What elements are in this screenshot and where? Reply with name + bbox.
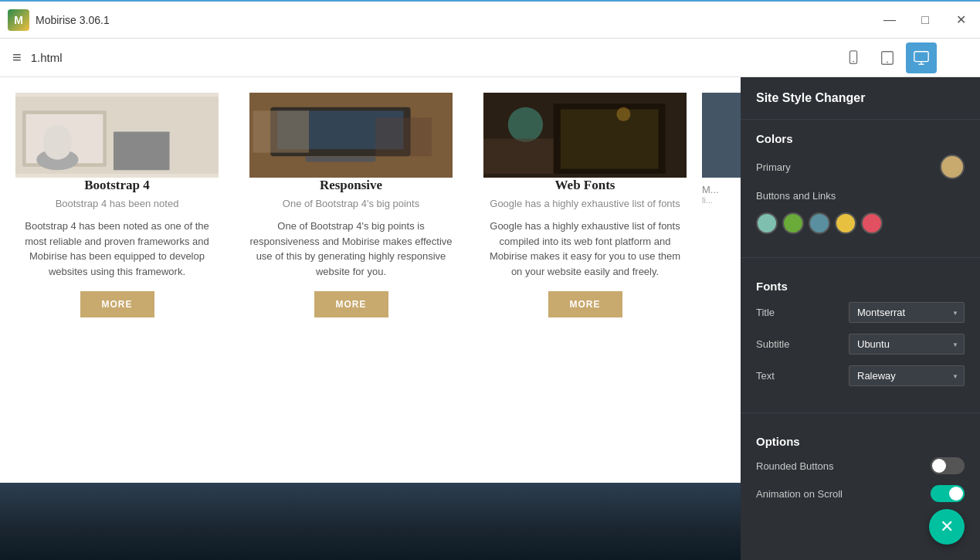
swatch-green[interactable]	[782, 212, 804, 234]
dark-bottom-section	[0, 483, 741, 560]
svg-rect-10	[114, 131, 170, 170]
card-3: Web Fonts Google has a highly exhaustive…	[468, 93, 702, 333]
rounded-buttons-toggle[interactable]	[931, 457, 965, 474]
main-area: Bootstrap 4 Bootstrap 4 has been noted B…	[0, 77, 980, 560]
card-2: Responsive One of Bootstrap 4's big poin…	[234, 93, 468, 333]
rounded-buttons-track	[931, 457, 965, 474]
text-font-select[interactable]: Raleway Montserrat Ubuntu	[849, 365, 965, 386]
maximize-button[interactable]: □	[914, 8, 937, 32]
app-title: Mobirise 3.06.1	[36, 14, 110, 26]
card-3-image	[483, 93, 687, 178]
card-1-subtitle: Bootstrap 4 has been noted	[15, 198, 219, 209]
svg-rect-23	[483, 139, 554, 174]
card-2-more-button[interactable]: MORE	[314, 291, 388, 317]
svg-rect-12	[43, 124, 71, 159]
colors-title: Colors	[756, 132, 965, 145]
file-name: 1.html	[31, 51, 63, 64]
divider-2	[741, 412, 980, 413]
animation-scroll-row: Animation on Scroll	[756, 485, 965, 502]
mobile-icon	[845, 49, 862, 66]
title-font-label: Title	[756, 307, 775, 318]
menu-icon[interactable]: ≡	[12, 49, 22, 66]
card-1-image	[15, 93, 219, 178]
card-2-title: Responsive	[249, 178, 453, 193]
subtitle-font-label: Subtitle	[756, 338, 789, 350]
title-font-row: Title Montserrat Ubuntu Raleway Open San…	[756, 302, 965, 323]
fab-close-button[interactable]: ✕	[929, 509, 965, 545]
text-font-row: Text Raleway Montserrat Ubuntu	[756, 365, 965, 386]
card-1-more-button[interactable]: MORE	[80, 291, 154, 317]
swatch-yellow[interactable]	[835, 212, 856, 234]
card-4-partial: M... li...	[702, 93, 741, 333]
title-font-select[interactable]: Montserrat Ubuntu Raleway Open Sans	[849, 302, 965, 323]
svg-rect-17	[253, 110, 310, 152]
svg-point-24	[616, 107, 630, 121]
fonts-section: Fonts Title Montserrat Ubuntu Raleway Op…	[741, 267, 980, 409]
svg-rect-25	[702, 93, 741, 178]
divider-1	[741, 257, 980, 258]
animation-scroll-track	[931, 485, 965, 502]
text-font-label: Text	[756, 370, 775, 382]
swatch-blue[interactable]	[809, 212, 830, 234]
desktop-view-button[interactable]	[906, 42, 937, 73]
cards-section: Bootstrap 4 Bootstrap 4 has been noted B…	[0, 77, 741, 348]
tablet-view-button[interactable]	[872, 42, 903, 73]
title-font-wrapper: Montserrat Ubuntu Raleway Open Sans	[849, 302, 965, 323]
buttons-links-label: Buttons and Links	[756, 190, 836, 202]
primary-color-label: Primary	[756, 161, 791, 173]
animation-scroll-toggle[interactable]	[931, 485, 965, 502]
title-bar: M Mobirise 3.06.1 — □ ✕	[0, 0, 980, 39]
animation-scroll-thumb	[949, 487, 963, 501]
svg-rect-21	[561, 109, 659, 168]
subtitle-font-wrapper: Ubuntu Montserrat Raleway	[849, 334, 965, 355]
subtitle-font-select[interactable]: Ubuntu Montserrat Raleway	[849, 334, 965, 355]
svg-rect-4	[914, 51, 928, 61]
card-1: Bootstrap 4 Bootstrap 4 has been noted B…	[0, 93, 234, 333]
subtitle-font-row: Subtitle Ubuntu Montserrat Raleway	[756, 334, 965, 355]
preview-area: Bootstrap 4 Bootstrap 4 has been noted B…	[0, 77, 741, 560]
svg-point-3	[887, 61, 888, 63]
card-1-svg	[15, 93, 219, 178]
svg-rect-16	[306, 156, 376, 161]
panel-title: Site Style Changer	[756, 91, 865, 104]
title-bar-controls: — □ ✕	[878, 8, 972, 32]
card-3-svg	[483, 93, 687, 178]
card-3-text: Google has a highly exhaustive list of f…	[483, 219, 687, 279]
card-4-text-partial: li...	[702, 195, 741, 205]
text-font-wrapper: Raleway Montserrat Ubuntu	[849, 365, 965, 386]
card-2-subtitle: One of Bootstrap 4's big points	[249, 198, 453, 209]
primary-color-row: Primary	[756, 154, 965, 179]
svg-rect-18	[375, 117, 432, 156]
desktop-icon	[913, 49, 930, 66]
tablet-icon	[879, 49, 896, 66]
animation-scroll-label: Animation on Scroll	[756, 488, 843, 500]
card-3-subtitle: Google has a highly exhaustive list of f…	[483, 198, 687, 209]
mobile-view-button[interactable]	[838, 42, 869, 73]
fonts-title: Fonts	[756, 280, 965, 293]
rounded-buttons-row: Rounded Buttons	[756, 457, 965, 474]
swatch-teal[interactable]	[756, 212, 778, 234]
svg-point-1	[853, 60, 854, 62]
card-4-image	[702, 93, 741, 178]
primary-color-swatch[interactable]	[940, 154, 965, 179]
app-icon: M	[8, 9, 29, 31]
fab-icon: ✕	[940, 517, 954, 537]
color-swatches	[756, 212, 965, 234]
card-2-svg	[249, 93, 453, 178]
right-panel: Site Style Changer Colors Primary Button…	[741, 77, 980, 560]
rounded-buttons-label: Rounded Buttons	[756, 460, 833, 472]
card-2-text: One of Bootstrap 4's big points is respo…	[249, 219, 453, 279]
title-bar-left: M Mobirise 3.06.1	[8, 9, 110, 31]
rounded-buttons-thumb	[932, 459, 946, 473]
minimize-button[interactable]: —	[878, 8, 901, 32]
colors-section: Colors Primary Buttons and Links	[741, 120, 980, 254]
card-4-subtitle-partial: M...	[702, 184, 741, 195]
swatch-red[interactable]	[861, 212, 883, 234]
card-3-more-button[interactable]: MORE	[548, 291, 622, 317]
close-button[interactable]: ✕	[949, 8, 972, 32]
card-4-svg	[702, 93, 741, 178]
card-1-title: Bootstrap 4	[15, 178, 219, 193]
panel-header: Site Style Changer	[741, 77, 980, 120]
buttons-links-row: Buttons and Links	[756, 190, 965, 202]
card-2-image	[249, 93, 453, 178]
